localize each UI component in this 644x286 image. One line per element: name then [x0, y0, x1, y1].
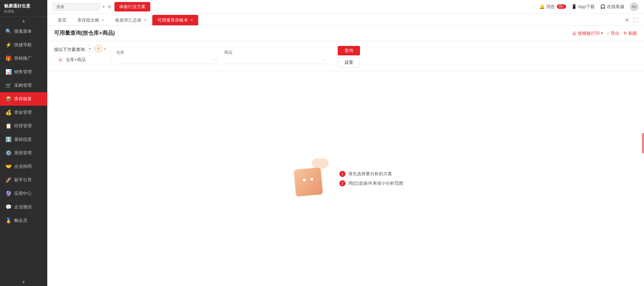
sidebar: 畅康通好生意 标准版 ▲ 🔍搜索菜单⚡快捷导航🎁营销推广📊销售管理🛒采购管理📦库… [0, 0, 47, 286]
sidebar-item-sales-mgmt[interactable]: 📊销售管理 [0, 65, 47, 79]
online-service-btn[interactable]: 🎧 在线客服 [600, 4, 624, 10]
sidebar-icon-system-mgmt: ⚙️ [5, 150, 11, 156]
tab-home[interactable]: 首页 [53, 15, 72, 25]
query-actions: 查询 设置 [332, 46, 360, 68]
hint-number-1: 1 [339, 171, 345, 177]
messages-btn[interactable]: 🔔 消息 99+ [539, 4, 566, 10]
gear-icon[interactable]: ⚙ [107, 4, 112, 9]
sidebar-nav: 🔍搜索菜单⚡快捷导航🎁营销推广📊销售管理🛒采购管理📦库存核算💰资金管理📋经营管理… [0, 25, 47, 278]
tab-close-receipt-summary[interactable]: ✕ [144, 19, 147, 22]
sidebar-icon-member: 🏅 [5, 217, 11, 224]
topbar: ▾ ⚙ 体验行业方案 🔔 消息 99+ 📱 App下载 🎧 在线客服 Rit [47, 0, 644, 14]
bell-icon: 🔔 [539, 4, 545, 9]
sidebar-item-search[interactable]: 🔍搜索菜单 [0, 25, 47, 38]
sidebar-label-new-user-guide: 新手引导 [14, 177, 32, 183]
headset-icon: 🎧 [600, 4, 606, 9]
sidebar-item-enterprise-collab[interactable]: 🤝企业协同 [0, 160, 47, 173]
search-input[interactable] [53, 3, 100, 10]
sidebar-item-marketing-promo[interactable]: 🎁营销推广 [0, 52, 47, 65]
sidebar-item-enterprise-wechat[interactable]: 💬企业微信 [0, 200, 47, 214]
warehouse-label: 仓库 [116, 50, 217, 55]
hint-number-2: 2 [339, 180, 345, 186]
tab-close-batch-account[interactable]: ✕ [101, 19, 104, 22]
expand-icon[interactable]: ⛶ [633, 17, 639, 24]
warehouse-input[interactable] [116, 57, 213, 62]
content-area: 可用量查询(按仓库+商品) 🖨 按模板打印 ▾ ↑ 导出 ↻ 刷新 [47, 26, 644, 286]
sidebar-item-fund-mgmt[interactable]: 💰资金管理 [0, 106, 47, 119]
query-button[interactable]: 查询 [338, 46, 360, 55]
sidebar-icon-sales-mgmt: 📊 [5, 69, 11, 75]
printer-icon: 🖨 [572, 31, 576, 36]
tab-receipt-summary[interactable]: 收发存汇总表✕ [110, 15, 152, 25]
add-scheme-btn[interactable]: + [86, 45, 94, 52]
sidebar-item-system-mgmt[interactable]: ⚙️系统管理 [0, 146, 47, 160]
sidebar-icon-new-user-guide: 🚀 [5, 177, 11, 183]
messages-label: 消息 [546, 4, 555, 10]
tab-batch-account[interactable]: 库存批次账✕ [72, 15, 109, 25]
collapse-btn[interactable]: « [104, 46, 106, 51]
empty-text: 1 请先选择要分析的方案 2 用[过滤]条件来缩小分析范围 [339, 171, 403, 186]
sidebar-label-system-mgmt: 系统管理 [14, 150, 32, 156]
messages-badge: 99+ [557, 4, 566, 9]
tab-label-available-ledger: 可用量库存账本 [157, 17, 188, 23]
sidebar-item-app-center[interactable]: 🔮应用中心 [0, 187, 47, 200]
scheme-item[interactable]: ⊙ 仓库+商品 [54, 55, 106, 65]
page-title: 可用量查询(按仓库+商品) [54, 30, 115, 37]
print-button[interactable]: 🖨 按模板打印 ▾ [572, 30, 603, 36]
app-name: 畅康通好生意 [4, 3, 43, 9]
settings-button[interactable]: 设置 [338, 57, 360, 68]
empty-box-face [294, 167, 323, 197]
trial-button[interactable]: 体验行业方案 [114, 2, 150, 11]
sidebar-scroll-up[interactable]: ▲ [0, 17, 47, 25]
sidebar-item-new-user-guide[interactable]: 🚀新手引导 [0, 173, 47, 187]
sidebar-item-operation-mgmt[interactable]: 📋经营管理 [0, 119, 47, 133]
user-name: Rit [632, 5, 636, 9]
tab-close-available-ledger[interactable]: ✕ [190, 19, 193, 22]
sidebar-label-inventory-accounting: 库存核算 [14, 96, 32, 102]
sidebar-scroll-down[interactable]: ▼ [0, 278, 47, 286]
chevron-down-icon[interactable]: ▾ [103, 4, 105, 9]
empty-box-eye-right [310, 178, 313, 181]
tab-label-batch-account: 库存批次账 [77, 17, 99, 23]
topbar-left: ▾ ⚙ 体验行业方案 [53, 2, 150, 11]
empty-state: 1 请先选择要分析的方案 2 用[过滤]条件来缩小分析范围 [47, 71, 644, 286]
product-dots[interactable]: ··· [322, 57, 326, 62]
sidebar-label-search: 搜索菜单 [14, 28, 32, 34]
app-download-label: App下载 [578, 4, 595, 10]
product-input[interactable] [224, 57, 321, 62]
app-edition: 标准版 [4, 9, 43, 14]
sidebar-item-quick-nav[interactable]: ⚡快捷导航 [0, 38, 47, 52]
settings-scheme-btn[interactable]: ⚙ [95, 45, 102, 52]
warehouse-dots[interactable]: ··· [214, 57, 217, 62]
sidebar-label-basic-info: 基础信息 [14, 136, 32, 142]
sidebar-item-basic-info[interactable]: ℹ️基础信息 [0, 133, 47, 146]
sidebar-item-member[interactable]: 🏅畅会员 [0, 214, 47, 227]
phone-icon: 📱 [571, 4, 577, 9]
sidebar-logo: 畅康通好生意 标准版 [0, 0, 47, 17]
scheme-label: 仓库+商品 [66, 57, 86, 63]
print-dropdown-icon[interactable]: ▾ [601, 31, 603, 35]
collapse-icon: « [104, 46, 106, 51]
scheme-icon-symbol: ⊙ [59, 58, 62, 62]
sidebar-item-inventory-accounting[interactable]: 📦库存核算 [0, 92, 47, 106]
empty-hint-2: 2 用[过滤]条件来缩小分析范围 [339, 180, 403, 186]
export-button[interactable]: ↑ 导出 [607, 30, 620, 36]
tab-available-ledger[interactable]: 可用量库存账本✕ [152, 15, 198, 25]
app-download-btn[interactable]: 📱 App下载 [571, 4, 595, 10]
sidebar-icon-app-center: 🔮 [5, 190, 11, 197]
sidebar-icon-enterprise-collab: 🤝 [5, 163, 11, 170]
product-field: 商品 ··· [224, 50, 326, 64]
refresh-label: 刷新 [628, 30, 637, 36]
online-service-label: 在线客服 [607, 4, 624, 10]
refresh-button[interactable]: ↻ 刷新 [623, 30, 637, 36]
sidebar-icon-enterprise-wechat: 💬 [5, 204, 11, 210]
sidebar-label-fund-mgmt: 资金管理 [14, 109, 32, 115]
filter-fields: 仓库 ··· 商品 ··· 查询 设置 [111, 45, 637, 68]
sidebar-item-purchase-mgmt[interactable]: 🛒采购管理 [0, 79, 47, 92]
sidebar-icon-operation-mgmt: 📋 [5, 123, 11, 129]
refresh-icon: ↻ [623, 31, 627, 36]
close-tab-icon[interactable]: ✕ [624, 16, 630, 24]
user-avatar[interactable]: Rit [630, 2, 639, 11]
sidebar-label-operation-mgmt: 经营管理 [14, 123, 32, 129]
sidebar-icon-inventory-accounting: 📦 [5, 96, 11, 102]
